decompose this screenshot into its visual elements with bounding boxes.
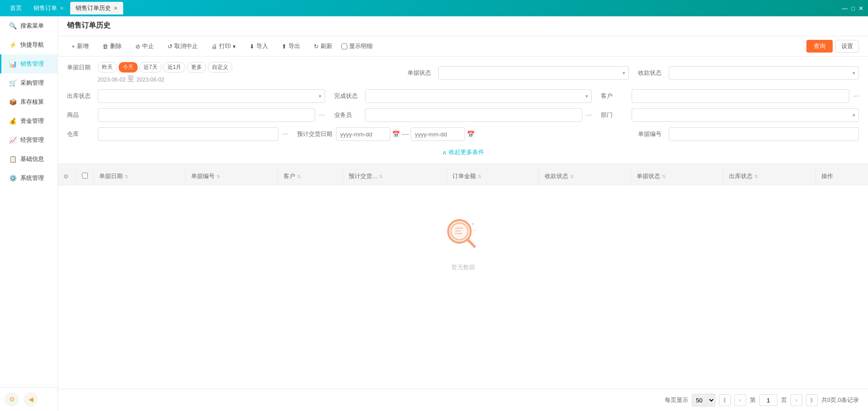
product-input[interactable] [98, 108, 315, 122]
customer-dots[interactable]: ··· [853, 92, 859, 100]
sidebar-item-purchase-mgmt-label: 采购管理 [20, 79, 44, 87]
sidebar-item-quick-nav[interactable]: ⚡ 快捷导航 [0, 35, 58, 54]
voucher-no-input[interactable] [669, 127, 859, 141]
tab-sales-order-history-close[interactable]: ✕ [114, 5, 118, 11]
print-icon: 🖨 [211, 43, 217, 50]
customer-input[interactable] [632, 89, 849, 103]
svg-point-1 [451, 223, 468, 240]
voucher-status-select[interactable] [438, 66, 628, 80]
th-amount: 订单金额 ⇅ [446, 168, 539, 185]
collapse-row[interactable]: ∧ 收起更多条件 [67, 146, 859, 158]
th-stock-status-label: 出库状态 [729, 172, 753, 180]
filter-area: 单据日期 昨天 今天 近7天 近1月 更多 自定义 2023-06-02 至 [58, 57, 868, 164]
sort-no[interactable]: 单据编号 ⇅ [191, 172, 272, 180]
expected-date-to-cal-icon[interactable]: 📅 [467, 131, 475, 138]
complete-status-select[interactable] [365, 89, 592, 103]
page-label-prefix: 第 [750, 396, 756, 404]
sidebar-item-purchase-mgmt[interactable]: 🛒 采购管理 [0, 73, 58, 92]
empty-state-row: ✦ ✦ 暂无数据 [58, 185, 868, 299]
department-select[interactable] [632, 108, 859, 122]
sidebar-item-quick-nav-label: 快捷导航 [20, 41, 44, 49]
sidebar-collapse-btn[interactable]: ◀ [24, 392, 38, 406]
select-all-checkbox[interactable] [82, 173, 88, 179]
tab-sales-order-history[interactable]: 销售订单历史 ✕ [70, 2, 123, 15]
warehouse-input[interactable] [98, 127, 278, 141]
sort-date[interactable]: 单据日期 ⇅ [99, 172, 180, 180]
filter-voucher-date-top: 单据日期 昨天 今天 近7天 近1月 更多 自定义 [67, 62, 232, 73]
date-today-btn[interactable]: 今天 [119, 62, 138, 73]
date-7days-btn[interactable]: 近7天 [139, 62, 162, 73]
new-button[interactable]: + 新增 [67, 40, 93, 53]
salesperson-input[interactable] [365, 108, 582, 122]
warehouse-dots[interactable]: ··· [282, 130, 288, 138]
svg-line-5 [468, 240, 474, 247]
expected-date-from-input[interactable] [336, 127, 390, 141]
sort-expected-date[interactable]: 预计交货... ⇅ [349, 172, 441, 180]
sort-stock-status[interactable]: 出库状态 ⇅ [729, 172, 810, 180]
sidebar-item-base-info[interactable]: 📋 基础信息 [0, 150, 58, 169]
product-dots[interactable]: ··· [319, 111, 325, 119]
sort-amount[interactable]: 订单金额 ⇅ [452, 172, 533, 180]
salesperson-dots[interactable]: ··· [586, 111, 592, 119]
customer-label: 客户 [601, 92, 628, 100]
filter-row-4: 仓库 ··· 预计交货日期 📅 — 📅 单据编号 [67, 127, 859, 141]
display-detail-input[interactable] [341, 44, 347, 49]
tab-home-label: 首页 [10, 4, 22, 12]
refresh-button[interactable]: ↻ 刷新 [309, 40, 337, 53]
date-more-btn[interactable]: 更多 [187, 62, 206, 73]
sort-customer[interactable]: 客户 ⇅ [283, 172, 337, 180]
prev-page-btn[interactable]: ‹ [734, 394, 746, 406]
sidebar-item-search-menu[interactable]: 🔍 搜索菜单 [0, 16, 58, 35]
expected-date-to-input[interactable] [411, 127, 465, 141]
sort-stock-status-icon: ⇅ [754, 174, 758, 179]
maximize-btn[interactable]: □ [851, 5, 855, 12]
sort-payment-status[interactable]: 收款状态 ⇅ [545, 172, 626, 180]
stock-status-select[interactable] [98, 89, 325, 103]
current-page-input[interactable] [759, 394, 777, 406]
collapse-label: 收起更多条件 [449, 148, 484, 156]
close-btn[interactable]: ✕ [858, 5, 863, 12]
date-custom-btn[interactable]: 自定义 [208, 62, 232, 73]
filter-product: 商品 ··· [67, 108, 325, 122]
th-payment-status: 收款状态 ⇅ [539, 168, 631, 185]
sidebar-item-system[interactable]: ⚙️ 系统管理 [0, 169, 58, 188]
minimize-btn[interactable]: — [842, 5, 848, 12]
stop-button[interactable]: ⊘ 中止 [131, 40, 158, 53]
import-button[interactable]: ⬇ 导入 [245, 40, 273, 53]
tab-home[interactable]: 首页 [5, 2, 27, 15]
date-1month-btn[interactable]: 近1月 [163, 62, 186, 73]
export-button[interactable]: ⬆ 导出 [277, 40, 305, 53]
page-size-select[interactable]: 10 20 50 100 [692, 394, 715, 406]
first-page-btn[interactable]: ⟪ [719, 394, 731, 406]
sidebar-settings-btn[interactable]: ⚙ [5, 392, 19, 406]
svg-rect-2 [455, 227, 463, 229]
delete-button[interactable]: 🗑 删除 [98, 40, 126, 53]
expected-date-from-cal-icon[interactable]: 📅 [392, 131, 400, 138]
sidebar-bottom: ⚙ ◀ [0, 387, 58, 411]
sidebar-item-finance[interactable]: 💰 资金管理 [0, 111, 58, 131]
settings-gear-icon[interactable]: ⚙ [63, 173, 69, 180]
sidebar-item-operations[interactable]: 📈 经营管理 [0, 131, 58, 150]
display-detail-checkbox[interactable]: 显示明细 [341, 42, 373, 50]
cancel-stop-button[interactable]: ↺ 取消中止 [163, 40, 202, 53]
print-button[interactable]: 🖨 打印 ▾ [207, 40, 240, 53]
tab-sales-order-close[interactable]: ✕ [60, 5, 64, 11]
payment-status-select[interactable] [669, 66, 859, 80]
tab-sales-order[interactable]: 销售订单 ✕ [28, 2, 69, 15]
sidebar-item-sales-mgmt[interactable]: 📊 销售管理 [0, 54, 58, 73]
date-yesterday-btn[interactable]: 昨天 [98, 62, 117, 73]
new-icon: + [72, 43, 75, 50]
last-page-btn[interactable]: ⟫ [806, 394, 818, 406]
data-table: ⚙ 单据日期 ⇅ 单据编号 [58, 168, 868, 299]
complete-status-select-wrap: ▾ [365, 89, 592, 103]
sort-no-icon: ⇅ [216, 174, 220, 179]
sort-customer-icon: ⇅ [297, 174, 301, 179]
settings-button[interactable]: 设置 [835, 40, 859, 53]
content-area: 销售订单历史 + 新增 🗑 删除 ⊘ 中止 ↺ 取消中止 🖨 打印 [58, 16, 868, 411]
next-page-btn[interactable]: › [791, 394, 802, 406]
sort-voucher-status[interactable]: 单据状态 ⇅ [637, 172, 718, 180]
last-page-icon: ⟫ [810, 397, 813, 403]
expected-date-dash: — [402, 130, 409, 138]
query-button[interactable]: 查询 [806, 40, 833, 53]
sidebar-item-inventory[interactable]: 📦 库存核算 [0, 92, 58, 111]
